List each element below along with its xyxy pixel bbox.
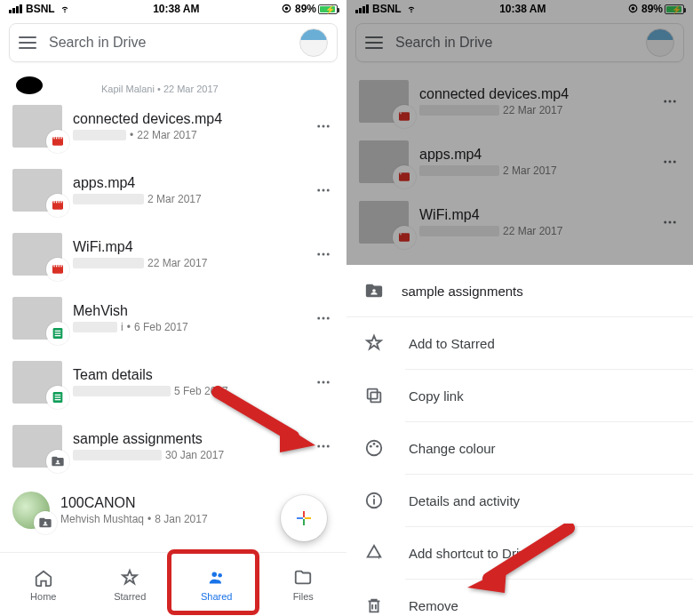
svg-point-56	[664, 161, 666, 164]
nav-starred[interactable]: Starred	[87, 553, 174, 616]
search-placeholder: Search in Drive	[49, 35, 287, 51]
file-row[interactable]: connected devices.mp4 22 Mar 2017	[346, 71, 693, 132]
shared-folder-icon	[364, 281, 384, 300]
more-options-button[interactable]	[313, 180, 334, 201]
file-owner: Mehvish Mushtaq	[60, 513, 144, 525]
menu-icon[interactable]	[19, 36, 36, 49]
file-name: WiFi.mp4	[73, 239, 302, 255]
more-options-button[interactable]	[313, 436, 334, 457]
svg-point-51	[664, 100, 666, 103]
profile-avatar[interactable]	[646, 28, 674, 57]
search-bar[interactable]: Search in Drive	[355, 23, 684, 62]
svg-point-13	[317, 189, 320, 192]
signal-icon	[9, 4, 22, 13]
svg-rect-33	[55, 396, 61, 397]
file-date: 5 Feb 2017	[174, 385, 228, 397]
svg-point-40	[323, 445, 325, 448]
search-bar[interactable]: Search in Drive	[9, 23, 338, 62]
svg-point-14	[323, 189, 325, 192]
svg-point-7	[327, 125, 330, 128]
svg-rect-44	[303, 519, 305, 525]
file-row[interactable]: apps.mp42 Mar 2017	[346, 132, 693, 192]
svg-point-68	[370, 445, 372, 448]
shared-folder-icon	[34, 511, 57, 534]
sheets-icon	[46, 386, 69, 409]
svg-point-53	[673, 100, 676, 103]
svg-point-63	[673, 221, 676, 224]
battery-icon: ⚡	[318, 4, 338, 14]
nav-shared[interactable]: Shared	[173, 553, 260, 616]
nav-files-label: Files	[293, 591, 314, 602]
file-row[interactable]: apps.mp4 2 Mar 2017	[0, 158, 346, 222]
svg-rect-46	[305, 517, 311, 519]
video-icon	[46, 130, 69, 153]
svg-point-28	[317, 317, 320, 320]
nav-shared-label: Shared	[201, 591, 232, 602]
right-screen: BSNL 10:38 AM ⦿89%⚡ Search in Drive conn…	[346, 0, 693, 616]
video-icon	[46, 194, 69, 217]
svg-point-39	[317, 445, 320, 448]
file-row[interactable]: WiFi.mp4 22 Mar 2017	[0, 222, 346, 286]
svg-rect-72	[373, 499, 375, 504]
file-thumbnail	[12, 492, 50, 529]
sheet-title: sample assignments	[402, 284, 523, 299]
shortcut-icon: +	[364, 543, 384, 563]
more-options-button[interactable]	[659, 91, 681, 112]
partial-file-row: Kapil Malani • 22 Mar 2017	[0, 71, 346, 94]
svg-rect-2	[56, 137, 57, 139]
file-row[interactable]: MehVish i•6 Feb 2017	[0, 286, 346, 350]
file-name: connected devices.mp4	[73, 111, 302, 127]
file-subtitle: Kapil Malani • 22 Mar 2017	[101, 84, 219, 94]
svg-point-22	[323, 253, 325, 256]
carrier-label: BSNL	[26, 3, 55, 15]
info-icon	[364, 491, 384, 510]
svg-point-61	[664, 221, 666, 224]
add-button[interactable]	[281, 495, 327, 541]
action-remove[interactable]: Remove	[346, 580, 693, 616]
action-copy-link[interactable]: Copy link	[346, 370, 693, 421]
file-thumbnail	[12, 105, 62, 148]
menu-icon[interactable]	[365, 36, 383, 49]
action-details[interactable]: Details and activity	[346, 475, 693, 526]
nav-home[interactable]: Home	[0, 553, 87, 616]
svg-point-47	[211, 572, 217, 577]
action-add-to-starred[interactable]: Add to Starred	[346, 317, 693, 369]
nav-files[interactable]: Files	[260, 553, 347, 616]
sheets-icon	[46, 322, 69, 345]
svg-point-5	[317, 125, 320, 128]
svg-point-35	[317, 381, 320, 384]
svg-point-57	[669, 161, 672, 164]
shared-folder-icon	[46, 450, 69, 473]
svg-rect-43	[303, 511, 305, 517]
svg-point-37	[327, 381, 330, 384]
palette-icon	[364, 438, 384, 458]
svg-rect-25	[55, 331, 61, 332]
svg-rect-65	[370, 392, 380, 402]
file-thumbnail	[359, 80, 409, 123]
wifi-icon	[59, 4, 71, 13]
star-icon	[120, 568, 139, 588]
file-owner: i	[121, 321, 123, 333]
more-options-button[interactable]	[313, 116, 334, 137]
action-change-colour[interactable]: Change colour	[346, 422, 693, 474]
svg-point-21	[317, 253, 320, 256]
file-date: 22 Mar 2017	[137, 129, 196, 141]
action-add-shortcut[interactable]: + Add shortcut to Drive	[346, 527, 693, 579]
more-options-button[interactable]	[313, 244, 334, 265]
more-options-button[interactable]	[313, 372, 334, 393]
svg-rect-34	[55, 399, 61, 400]
copy-icon	[364, 386, 384, 405]
more-options-button[interactable]	[313, 308, 334, 329]
file-row[interactable]: WiFi.mp422 Mar 2017	[346, 192, 693, 252]
plus-icon	[293, 508, 315, 529]
svg-point-38	[57, 460, 60, 463]
svg-rect-27	[55, 335, 61, 336]
file-row[interactable]: Team details 5 Feb 2017	[0, 350, 346, 414]
file-name: sample assignments	[73, 431, 302, 447]
profile-avatar[interactable]	[299, 28, 328, 57]
file-date: 6 Feb 2017	[134, 321, 188, 333]
file-row[interactable]: sample assignments 30 Jan 2017	[0, 414, 346, 478]
file-row[interactable]: connected devices.mp4 •22 Mar 2017	[0, 94, 346, 158]
folder-icon	[293, 568, 313, 588]
left-screen: BSNL 10:38 AM ⦿ 89% ⚡ Search in Drive Ka…	[0, 0, 346, 616]
